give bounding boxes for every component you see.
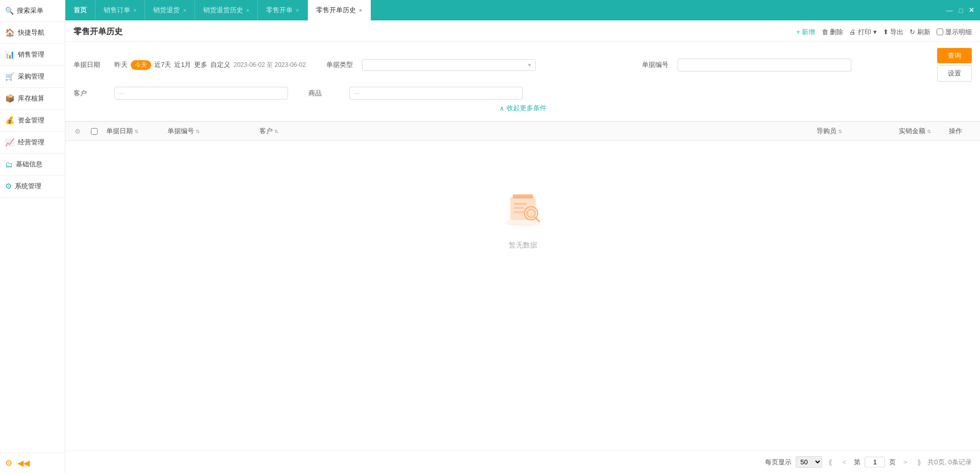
tab-sales-return-history-label: 销货退货历史	[203, 6, 243, 15]
tab-retail-open-label: 零售开单	[266, 6, 293, 15]
today-btn[interactable]: 今天	[131, 60, 151, 70]
tab-sales-return-history[interactable]: 销货退货历史 ×	[195, 0, 258, 20]
yesterday-btn[interactable]: 昨天	[114, 60, 128, 69]
th-sn-label: 单据编号	[168, 127, 194, 136]
sidebar-item-quick-nav[interactable]: 🏠 快捷导航	[0, 22, 65, 44]
last7-btn[interactable]: 近7天	[154, 60, 171, 69]
table-select-all[interactable]	[86, 128, 102, 135]
tab-sales-return-history-close[interactable]: ×	[246, 7, 249, 13]
window-maximize[interactable]: □	[959, 7, 963, 14]
sort-amount-icon: ⇅	[927, 129, 931, 134]
custom-btn[interactable]: 自定义	[210, 60, 230, 69]
date-range-display: 2023-06-02 至 2023-06-02	[233, 61, 305, 69]
tab-retail-open[interactable]: 零售开单 ×	[258, 0, 307, 20]
doc-type-filter: 单据类型 ▾	[326, 59, 622, 71]
refresh-button[interactable]: ↻ 刷新	[910, 28, 930, 37]
export-button[interactable]: ⬆ 导出	[883, 28, 904, 37]
filter-area: 单据日期 昨天 今天 近7天 近1月 更多 自定义 2023-06-02 至 2…	[65, 42, 980, 121]
page-suffix: 页	[889, 458, 896, 467]
sidebar-item-operations[interactable]: 📈 经营管理	[0, 132, 65, 154]
th-date-label: 单据日期	[106, 127, 133, 136]
tab-sales-return-label: 销货退货	[153, 6, 180, 15]
add-button[interactable]: + 新增	[796, 28, 815, 37]
th-amount[interactable]: 实销金额 ⇅	[874, 127, 935, 136]
money-icon: 💰	[5, 116, 15, 125]
prev-page-btn[interactable]: ＜	[839, 458, 850, 467]
last-month-btn[interactable]: 近1月	[174, 60, 191, 69]
last-page-btn[interactable]: ⟫	[915, 458, 923, 466]
display-detail-checkbox-label[interactable]: 显示明细	[937, 28, 972, 37]
tab-retail-open-history[interactable]: 零售开单历史 ×	[308, 0, 371, 20]
search-icon: 🔍	[5, 7, 14, 15]
bottom-gear-icon[interactable]: ⚙	[5, 458, 12, 468]
customer-label: 客户	[74, 89, 114, 98]
query-button[interactable]: 查询	[937, 48, 972, 63]
empty-state: 暂无数据	[65, 141, 980, 291]
sidebar: 🔍 搜索采单 🏠 快捷导航 📊 销售管理 🛒 采购管理 📦 库存核算 💰 资金管…	[0, 0, 65, 473]
tab-sales-order-label: 销售订单	[104, 6, 130, 15]
tab-bar: 首页 销售订单 × 销货退货 × 销货退货历史 × 零售开单 × 零售开单历史 …	[65, 0, 980, 20]
next-page-btn[interactable]: ＞	[900, 458, 911, 467]
sort-sn-icon: ⇅	[196, 129, 200, 134]
print-button[interactable]: 🖨 打印 ▾	[849, 28, 877, 37]
sidebar-item-label: 快捷导航	[18, 28, 44, 37]
tab-retail-open-close[interactable]: ×	[296, 7, 299, 13]
table-settings-icon[interactable]: ⚙	[69, 128, 86, 135]
svg-rect-2	[513, 194, 533, 198]
table-area: ⚙ 单据日期 ⇅ 单据编号 ⇅ 客户 ⇅ 导购员 ⇅	[65, 121, 980, 451]
sidebar-item-purchase-mgmt[interactable]: 🛒 采购管理	[0, 66, 65, 88]
delete-button[interactable]: 🗑 删除	[822, 28, 844, 37]
doc-sn-input[interactable]	[678, 59, 851, 71]
window-controls: — □ ×	[946, 6, 980, 15]
tab-home[interactable]: 首页	[65, 0, 95, 20]
th-sn[interactable]: 单据编号 ⇅	[163, 127, 255, 136]
select-all-checkbox[interactable]	[91, 128, 98, 135]
first-page-btn[interactable]: ⟪	[826, 458, 834, 466]
tab-sales-return-close[interactable]: ×	[183, 7, 186, 13]
sidebar-item-finance[interactable]: 💰 资金管理	[0, 110, 65, 132]
toolbar: + 新增 🗑 删除 🖨 打印 ▾ ⬆ 导出 ↻ 刷新 显示明细	[796, 28, 972, 37]
th-customer[interactable]: 客户 ⇅	[255, 127, 812, 136]
sidebar-item-sales-mgmt[interactable]: 📊 销售管理	[0, 44, 65, 66]
sidebar-collapse-icon[interactable]: ◀◀	[17, 458, 30, 468]
date-shortcuts: 昨天 今天 近7天 近1月 更多 自定义	[114, 60, 230, 70]
settings-button[interactable]: 设置	[937, 65, 972, 82]
th-ops: 操作	[935, 127, 976, 136]
tab-sales-return[interactable]: 销货退货 ×	[145, 0, 195, 20]
page-header: 零售开单历史 + 新增 🗑 删除 🖨 打印 ▾ ⬆ 导出 ↻ 刷新 显示明细	[65, 20, 980, 42]
goods-input[interactable]: ···	[349, 87, 523, 99]
chevron-down-icon: ▾	[528, 62, 531, 68]
ops-icon: 📈	[5, 138, 15, 147]
page-title: 零售开单历史	[74, 27, 123, 37]
th-date[interactable]: 单据日期 ⇅	[102, 127, 163, 136]
more-btn[interactable]: 更多	[194, 60, 207, 69]
tab-sales-order[interactable]: 销售订单 ×	[95, 0, 145, 20]
svg-rect-4	[514, 207, 524, 209]
sidebar-search[interactable]: 🔍 搜索采单	[0, 0, 65, 22]
th-guide[interactable]: 导购员 ⇅	[812, 127, 874, 136]
display-label: 显示明细	[945, 28, 972, 37]
window-close[interactable]: ×	[969, 6, 974, 15]
tab-retail-open-history-close[interactable]: ×	[359, 7, 362, 13]
total-record-text: 共0页, 0条记录	[927, 458, 972, 467]
display-detail-checkbox[interactable]	[937, 29, 943, 35]
collapse-filter-btn[interactable]: ∧ 收起更多条件	[74, 102, 972, 115]
current-page-prefix: 第	[854, 458, 861, 467]
window-minimize[interactable]: —	[946, 7, 953, 14]
page-number-input[interactable]	[865, 457, 885, 467]
empty-illustration	[497, 182, 548, 233]
per-page-select[interactable]: 50 10 20 100	[796, 456, 822, 468]
sidebar-item-label: 销售管理	[18, 50, 44, 59]
box-icon: 📦	[5, 94, 15, 103]
sidebar-item-label: 库存核算	[18, 94, 44, 103]
sidebar-item-basic-info[interactable]: 🗂 基础信息	[0, 154, 65, 176]
home-icon: 🏠	[5, 28, 15, 37]
sidebar-item-inventory[interactable]: 📦 库存核算	[0, 88, 65, 110]
tab-sales-order-close[interactable]: ×	[133, 7, 136, 13]
customer-input[interactable]: ···	[114, 87, 288, 99]
sidebar-item-sys-mgmt[interactable]: ⚙ 系统管理	[0, 176, 65, 197]
doc-type-select[interactable]: ▾	[362, 59, 536, 71]
cart-icon: 🛒	[5, 72, 15, 81]
filter-row-1: 单据日期 昨天 今天 近7天 近1月 更多 自定义 2023-06-02 至 2…	[74, 48, 972, 82]
customer-placeholder: ···	[119, 89, 125, 97]
